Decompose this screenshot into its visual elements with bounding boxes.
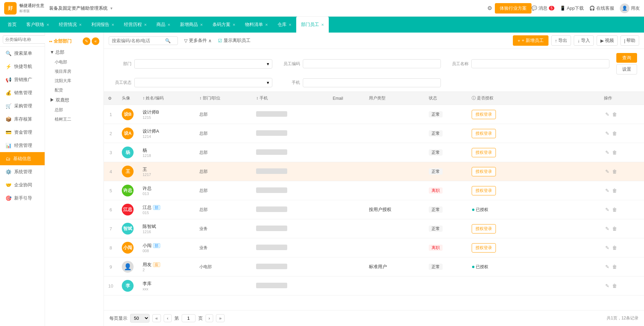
nav-tab-仓库[interactable]: 仓库✕	[273, 17, 296, 33]
auth-button[interactable]: 授权登录	[472, 186, 496, 195]
phone-filter-input[interactable]	[303, 78, 441, 87]
prev-page-button[interactable]: ‹	[164, 314, 171, 322]
reset-button[interactable]: 设置	[616, 64, 637, 74]
nav-tab-新增商品[interactable]: 新增商品✕	[175, 17, 208, 33]
more-filter-btn[interactable]: ▽ 更多条件 ∧	[181, 36, 215, 45]
edit-button[interactable]: ✎	[604, 149, 611, 156]
tab-close-icon[interactable]: ✕	[144, 23, 147, 27]
nav-tab-经营历程[interactable]: 经营历程✕	[119, 17, 152, 33]
next-page-button[interactable]: ›	[206, 314, 213, 322]
per-page-select[interactable]: 50 100 200	[130, 314, 149, 323]
auth-button[interactable]: 授权登录	[472, 224, 496, 234]
nav-tab-利润报告[interactable]: 利润报告✕	[87, 17, 119, 33]
last-page-button[interactable]: »	[216, 314, 225, 322]
view-button[interactable]: ▶ 视频	[597, 35, 618, 46]
delete-button[interactable]: 🗑	[611, 149, 618, 156]
help-button[interactable]: | 帮助	[620, 35, 639, 46]
sidebar-item-搜索菜单[interactable]: 🔍搜索菜单	[0, 47, 45, 60]
support-item[interactable]: 🎧 在线客服	[589, 5, 614, 11]
nav-tab-商品[interactable]: 商品✕	[152, 17, 175, 33]
add-employee-button[interactable]: + + 新增员工	[513, 35, 548, 46]
sidebar-item-系统管理[interactable]: ⚙️系统管理	[0, 165, 45, 178]
dept-group-zongbu[interactable]: ▼ 总部	[45, 47, 103, 58]
query-button[interactable]: 查询	[616, 53, 637, 63]
sidebar-item-库存核算[interactable]: 📦库存核算	[0, 113, 45, 126]
sidebar-item-经营管理[interactable]: 📊经营管理	[0, 139, 45, 152]
sidebar-item-销售管理[interactable]: 💰销售管理	[0, 86, 45, 99]
edit-button[interactable]: ✎	[604, 187, 611, 194]
empstatus-filter-select[interactable]: ▾	[134, 78, 272, 87]
dept-item-xiaodianbu[interactable]: 小电部	[45, 58, 103, 67]
tab-close-icon[interactable]: ✕	[200, 23, 203, 27]
system-dropdown-arrow[interactable]: ▾	[110, 6, 112, 11]
sidebar-item-快捷导航[interactable]: ⚡快捷导航	[0, 60, 45, 73]
dept-edit-icon[interactable]: ✎	[83, 37, 90, 45]
show-resigned-checkbox[interactable]: ☑ 显示离职员工	[218, 37, 251, 44]
user-item[interactable]: 👤 用友	[620, 3, 640, 13]
delete-button[interactable]: 🗑	[611, 111, 618, 118]
dept-collapse-icon[interactable]: «	[92, 37, 99, 45]
edit-button[interactable]: ✎	[604, 168, 611, 175]
dept-item-peihuo[interactable]: 配货	[45, 86, 103, 95]
sidebar-item-营销推广[interactable]: 📢营销推广	[0, 73, 45, 86]
edit-button[interactable]: ✎	[604, 225, 611, 232]
tab-close-icon[interactable]: ✕	[167, 23, 170, 27]
col-name[interactable]: ↕ 姓名/编码	[138, 92, 195, 105]
dept-item-xiangmukufang[interactable]: 项目库房	[45, 67, 103, 76]
nav-tab-物料清单[interactable]: 物料清单✕	[240, 17, 273, 33]
sidebar-item-资金管理[interactable]: 💳资金管理	[0, 126, 45, 139]
message-item[interactable]: 💬 消息 5	[532, 5, 554, 11]
tab-close-icon[interactable]: ✕	[289, 23, 291, 27]
auth-button[interactable]: 授权登录	[472, 129, 496, 138]
sidebar-item-采购管理[interactable]: 🛒采购管理	[0, 99, 45, 113]
empcode-filter-input[interactable]	[303, 59, 441, 68]
dept-item-zongbu2[interactable]: 总部	[45, 105, 103, 115]
empname-filter-input[interactable]	[471, 59, 609, 68]
dept-item-shenyangdaku[interactable]: 沈阳大库	[45, 76, 103, 86]
nav-tab-经营情况[interactable]: 经营情况✕	[54, 17, 87, 33]
edit-button[interactable]: ✎	[604, 130, 611, 137]
trial-button[interactable]: 体验行业方案	[495, 3, 532, 14]
app-download-item[interactable]: 📱 App下载	[560, 5, 584, 11]
nav-tab-首页[interactable]: 首页	[3, 17, 21, 33]
delete-button[interactable]: 🗑	[611, 225, 618, 232]
edit-button[interactable]: ✎	[604, 206, 611, 213]
delete-button[interactable]: 🗑	[611, 187, 618, 194]
delete-button[interactable]: 🗑	[611, 244, 618, 251]
edit-button[interactable]: ✎	[604, 244, 611, 251]
auth-button[interactable]: 授权登录	[472, 148, 496, 157]
delete-button[interactable]: 🗑	[611, 282, 618, 289]
page-input[interactable]	[182, 314, 196, 322]
search-icon[interactable]: 🔍	[165, 38, 171, 43]
col-dept[interactable]: ↕ 部门/职位	[195, 92, 252, 105]
delete-button[interactable]: 🗑	[611, 206, 618, 213]
auth-button[interactable]: 授权登录	[472, 110, 496, 119]
tab-close-icon[interactable]: ✕	[46, 23, 49, 27]
tab-close-icon[interactable]: ✕	[265, 23, 268, 27]
dept-filter-select[interactable]: ▾	[134, 59, 272, 69]
dept-group-shuangluxiang[interactable]: ▶ 双鹿想	[45, 95, 103, 105]
sidebar-item-企业协同[interactable]: 🤝企业协同	[0, 178, 45, 192]
delete-button[interactable]: 🗑	[611, 130, 618, 137]
export-button[interactable]: ↑ 导出	[551, 35, 571, 46]
auth-button[interactable]: 授权登录	[472, 243, 496, 253]
edit-button[interactable]: ✎	[604, 111, 611, 118]
col-settings[interactable]: ⚙	[104, 92, 118, 105]
search-input[interactable]	[112, 38, 164, 43]
edit-button[interactable]: ✎	[604, 263, 611, 270]
sidebar-item-新手引导[interactable]: 🎯新手引导	[0, 192, 45, 205]
col-phone[interactable]: ↕ 手机	[252, 92, 328, 105]
delete-button[interactable]: 🗑	[611, 263, 618, 270]
tab-close-icon[interactable]: ✕	[321, 23, 324, 27]
first-page-button[interactable]: «	[152, 314, 161, 322]
tab-close-icon[interactable]: ✕	[233, 23, 235, 27]
nav-tab-条码方案[interactable]: 条码方案✕	[208, 17, 240, 33]
sidebar-item-基础信息[interactable]: 🗂基础信息	[0, 152, 45, 165]
auth-button[interactable]: 授权登录	[472, 167, 496, 176]
nav-tab-客户联络[interactable]: 客户联络✕	[21, 17, 54, 33]
edit-button[interactable]: ✎	[604, 282, 611, 289]
tab-close-icon[interactable]: ✕	[79, 23, 82, 27]
settings-icon[interactable]: ⚙	[487, 5, 492, 11]
nav-tab-部门员工[interactable]: 部门员工✕	[296, 17, 329, 33]
tab-close-icon[interactable]: ✕	[111, 23, 114, 27]
